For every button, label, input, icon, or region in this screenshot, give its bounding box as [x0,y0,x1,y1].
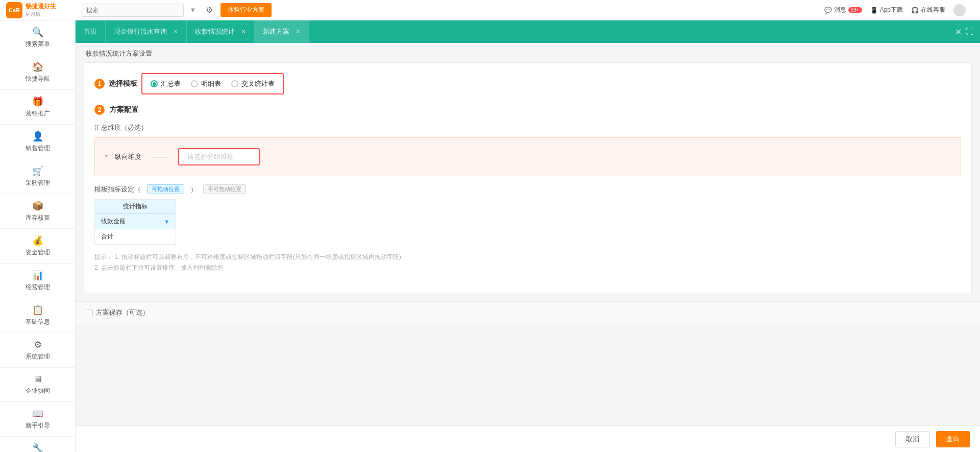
logo-abbr: CaR [9,7,20,13]
app-download-button[interactable]: 📱 App下载 [870,6,903,14]
message-label: 消息 [834,6,846,14]
tab-newplan-close[interactable]: ✕ [296,28,301,35]
message-icon: 💬 [824,7,832,14]
cancel-button[interactable]: 取消 [895,431,930,447]
unmovable-tag: 不可拖动位置 [203,184,246,194]
sidebar-item-guide[interactable]: 📖 新手引导 [0,402,75,437]
gift-icon: 🎁 [32,96,43,107]
step1-section: 1 选择模板 汇总表 明细表 [94,73,961,94]
logo-sub: 标准版 [26,11,56,18]
book-icon: 📖 [32,408,43,419]
metrics-dropdown-icon[interactable]: ▼ [164,219,169,225]
tab-receipt-close[interactable]: ✕ [241,28,246,35]
vertical-dim-label: 纵向维度 [115,152,141,161]
dimension-select[interactable]: 请选择分组维度 [178,148,260,165]
form-card: 1 选择模板 汇总表 明细表 [84,62,972,293]
step2-title: 方案配置 [110,105,138,114]
required-mark: * [105,153,108,161]
step1-number: 1 [94,79,105,89]
sidebar-item-basicinfo[interactable]: 📋 基础信息 [0,298,75,333]
service-label: 在线客服 [921,6,945,14]
page-content: 收款情况统计方案设置 1 选择模板 汇总表 [76,43,980,425]
download-label: App下载 [880,6,903,14]
user-icon: 👤 [32,131,43,142]
breadcrumb: 收款情况统计方案设置 [86,50,152,57]
tab-home-label: 首页 [84,27,97,36]
sidebar-item-sales[interactable]: 👤 销售管理 [0,125,75,159]
search-dropdown-icon[interactable]: ▼ [188,4,198,17]
radio-summary-label: 汇总表 [161,79,181,88]
query-button[interactable]: 查询 [936,431,970,447]
tab-maximize-icon[interactable]: ⛶ [966,27,974,36]
sidebar-item-label: 资金管理 [26,248,50,257]
money-icon: 💰 [32,235,43,246]
radio-summary[interactable]: 汇总表 [151,79,181,88]
logo-text: 畅捷通好生 [26,2,56,11]
sidebar-item-label: 基础信息 [26,318,50,326]
sidebar-item-finance[interactable]: 💰 资金管理 [0,229,75,264]
metrics-row-label: 合计 [101,233,113,240]
step2-header: 2 方案配置 [94,105,961,115]
list-icon: 📋 [32,304,43,316]
tab-cashflow-close[interactable]: ✕ [173,28,178,35]
tab-bar: 首页 现金银行流水查询 ✕ 收款情况统计 ✕ 新建方案 ✕ ✕ ⛶ [76,20,980,43]
sidebar-item-label: 采购管理 [26,179,50,187]
sidebar-item-label: 快捷导航 [26,75,50,83]
sidebar-item-nav[interactable]: 🏠 快捷导航 [0,55,75,90]
metrics-col-label: 收款金额 [101,217,126,226]
save-checkbox[interactable] [86,309,93,316]
radio-cross-circle[interactable] [231,80,238,87]
sidebar: 🔍 搜索菜单 🏠 快捷导航 🎁 营销推广 👤 销售管理 🛒 采购管理 📦 库存核… [0,20,76,452]
sidebar-item-label: 销售管理 [26,144,50,153]
sidebar-item-system[interactable]: ⚙ 系统管理 [0,333,75,368]
sidebar-item-corp[interactable]: 🖥 企业协同 [0,368,75,402]
gear-icon[interactable]: ⚙ [202,3,216,17]
dimension-area: * 纵向维度 —— 请选择分组维度 [94,137,961,176]
sidebar-item-inventory[interactable]: 📦 库存核算 [0,194,75,229]
avatar [953,4,966,16]
settings-icon: ⚙ [34,339,42,350]
search-icon: 🔍 [32,27,43,38]
sidebar-item-search[interactable]: 🔍 搜索菜单 [0,20,75,55]
tab-home[interactable]: 首页 [76,20,106,43]
save-section: 方案保存（可选） [76,301,980,323]
cart-icon: 🛒 [32,165,43,177]
service-icon: 🎧 [911,7,919,14]
metrics-table: 统计指标 收款金额 ▼ 合计 [94,199,176,245]
search-input[interactable] [82,4,184,17]
tab-close-all-icon[interactable]: ✕ [955,27,962,37]
box-icon: 📦 [32,200,43,211]
tip-2: 2. 点击标题栏下拉可设置排序、插入列和删除列 [94,264,961,272]
metrics-col-header: 收款金额 ▼ [95,214,176,229]
sidebar-item-hardware[interactable]: 🔧 智能硬件 [0,437,75,452]
tab-receipt[interactable]: 收款情况统计 ✕ [187,20,255,43]
radio-summary-circle[interactable] [151,80,158,87]
save-checkbox-text: 方案保存（可选） [96,308,149,317]
radio-cross[interactable]: 交叉统计表 [231,79,275,88]
radio-detail-circle[interactable] [191,80,198,87]
step2-number: 2 [94,105,105,115]
sidebar-item-label: 系统管理 [26,352,50,361]
monitor-icon: 🖥 [33,374,42,385]
tab-newplan[interactable]: 新建方案 ✕ [255,20,309,43]
save-checkbox-label[interactable]: 方案保存（可选） [86,308,149,317]
tab-receipt-label: 收款情况统计 [195,27,235,36]
message-button[interactable]: 💬 消息 99+ [824,6,862,14]
dimension-label: 汇总维度（必选） [94,123,961,132]
sidebar-item-management[interactable]: 📊 经营管理 [0,264,75,298]
service-button[interactable]: 🎧 在线客服 [911,6,945,14]
sidebar-item-purchase[interactable]: 🛒 采购管理 [0,159,75,194]
radio-detail[interactable]: 明细表 [191,79,221,88]
tip-1: 提示： 1. 拖动标题栏可以调整布局，不可跨维度或指标区域拖动栏目字段(只能在同… [94,253,961,261]
logo: CaR 畅捷通好生 标准版 [6,2,78,18]
sidebar-item-label: 新手引导 [26,421,50,430]
step2-section: 2 方案配置 汇总维度（必选） * 纵向维度 —— 请选择分组维度 [94,105,961,272]
arrow-icon: —— [152,152,168,161]
sidebar-item-label: 企业协同 [26,387,50,395]
page-header: 收款情况统计方案设置 [76,43,980,62]
sidebar-item-marketing[interactable]: 🎁 营销推广 [0,90,75,125]
chart-icon: 📊 [32,270,43,281]
tab-cashflow[interactable]: 现金银行流水查询 ✕ [106,20,187,43]
trial-button[interactable]: 体验行业方案 [220,3,272,17]
metrics-section-header: 统计指标 [95,200,176,214]
